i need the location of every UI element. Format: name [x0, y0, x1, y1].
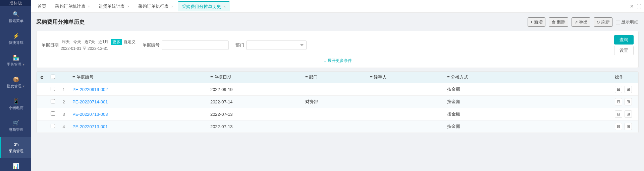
th-check: [47, 72, 58, 83]
td-num-2: 3: [58, 108, 69, 120]
show-col-checkbox[interactable]: [616, 20, 620, 24]
sidebar-item-wholesale[interactable]: 📦 批发管理 ▼: [0, 72, 31, 93]
tab-close-purchase-order-exec[interactable]: ×: [171, 4, 173, 8]
th-handler-label: ≡ 经手人: [370, 75, 387, 80]
show-col-toggle[interactable]: 显示明细: [616, 19, 639, 25]
op-edit-1[interactable]: ⊟: [615, 98, 622, 105]
op-edit-3[interactable]: ⊟: [615, 123, 622, 130]
shortcut-yesterday[interactable]: 昨天: [61, 39, 71, 45]
sidebar-item-ecom[interactable]: 🛒 电商管理: [0, 115, 31, 137]
sidebar-icon-inventory: 📊: [13, 163, 19, 169]
sidebar-item-mini[interactable]: 📱 小畅电商: [0, 93, 31, 115]
table-row: 3 PE-20220713-003 2022-07-13 按金额 ⊟ ⊞: [37, 108, 638, 120]
setting-button[interactable]: 设置: [614, 46, 634, 55]
select-all-checkbox[interactable]: [51, 75, 55, 79]
tab-label-purchase-order-stat: 采购订单统计表: [55, 3, 86, 9]
op-more-0[interactable]: ⊞: [625, 86, 632, 93]
op-more-2[interactable]: ⊞: [625, 110, 632, 118]
sidebar-item-retail[interactable]: 🏪 零售管理 ▼: [0, 50, 31, 72]
tabs-actions: ✕ ⛶: [630, 4, 641, 9]
td-check-0: [47, 83, 58, 96]
dept-select[interactable]: 财务部: [246, 40, 307, 50]
doc-no-link-0[interactable]: PE-20220919-002: [72, 87, 108, 92]
tab-arrival-stat[interactable]: 进货单统计表×: [95, 1, 133, 11]
docno-input[interactable]: [162, 40, 229, 50]
doc-no-link-1[interactable]: PE-20220714-001: [72, 99, 108, 104]
td-docno-3: PE-20220713-001: [69, 120, 207, 133]
close-window-icon[interactable]: ✕: [630, 4, 634, 9]
op-more-3[interactable]: ⊞: [625, 123, 632, 130]
sidebar-label-ecom: 电商管理: [9, 127, 23, 132]
tab-label-arrival-stat: 进货单统计表: [99, 3, 125, 9]
row-checkbox-2[interactable]: [51, 111, 55, 116]
sidebar-label-mini: 小畅电商: [9, 105, 23, 110]
td-dept-2: [302, 108, 367, 120]
filter-area: 单据日期 昨天 今天 近7天 近1月 更多 自定义 2022-01-01 至 2…: [36, 31, 639, 68]
th-split-method: ≡ 分摊方式: [444, 72, 611, 83]
shortcut-1month[interactable]: 近1月: [97, 39, 110, 45]
shortcut-more[interactable]: 更多: [111, 39, 122, 45]
main-area: 首页采购订单统计表×进货单统计表×采购订单执行表×采购费用分摊单历史× ✕ ⛶ …: [31, 0, 644, 171]
data-table: ⚙ ≡ 单据编号 ≡ 单据日期 ≡ 部门: [37, 72, 638, 133]
td-handler-2: [367, 108, 444, 120]
tab-purchase-fee-history[interactable]: 采购费用分摊单历史×: [178, 1, 229, 11]
table-row: 2 PE-20220714-001 2022-07-14 财务部 按金额 ⊟ ⊞: [37, 96, 638, 108]
doc-no-link-3[interactable]: PE-20220713-001: [72, 124, 108, 129]
row-checkbox-0[interactable]: [51, 87, 55, 91]
th-doc-no-label: ≡ 单据编号: [72, 75, 94, 80]
table-row: 4 PE-20220713-001 2022-07-13 按金额 ⊟ ⊞: [37, 120, 638, 133]
th-doc-date: ≡ 单据日期: [207, 72, 302, 83]
maximize-icon[interactable]: ⛶: [637, 4, 641, 9]
sidebar-item-quicknav[interactable]: ⚡ 快捷导航: [0, 28, 31, 50]
td-num-1: 2: [58, 96, 69, 108]
tab-purchase-order-stat[interactable]: 采购订单统计表×: [51, 1, 94, 11]
shortcut-7days[interactable]: 近7天: [84, 39, 96, 45]
table-header-row: ⚙ ≡ 单据编号 ≡ 单据日期 ≡ 部门: [37, 72, 638, 83]
delete-icon: 🗑: [551, 20, 556, 25]
tab-home[interactable]: 首页: [34, 1, 50, 11]
sidebar-item-purchase[interactable]: 🛍 采购管理: [0, 137, 31, 158]
add-button[interactable]: + 新增: [528, 17, 545, 27]
td-op-0: ⊟ ⊞: [611, 83, 638, 96]
sidebar-logo: 指标版: [0, 0, 31, 6]
content-area: 采购费用分摊单历史 + 新增 🗑 删除 ↗ 导出 ↻ 刷新 显示明细: [31, 13, 644, 171]
expand-icon: ⌄: [323, 59, 326, 63]
query-button[interactable]: 查询: [614, 35, 634, 45]
sidebar: 指标版 🔍 搜索菜单 ⚡ 快捷导航 🏪 零售管理 ▼ 📦 批发管理 ▼ 📱 小畅…: [0, 0, 31, 171]
tab-close-purchase-order-stat[interactable]: ×: [88, 4, 90, 8]
sidebar-item-inventory[interactable]: 📊 库存核算: [0, 158, 31, 171]
gear-icon[interactable]: ⚙: [40, 75, 44, 80]
refresh-button[interactable]: ↻ 刷新: [594, 17, 612, 27]
page-title: 采购费用分摊单历史: [36, 19, 85, 26]
td-split-0: 按金额: [444, 83, 611, 96]
export-icon: ↗: [574, 20, 578, 25]
th-handler: ≡ 经手人: [367, 72, 444, 83]
sidebar-item-search[interactable]: 🔍 搜索菜单: [0, 6, 31, 28]
tab-close-purchase-fee-history[interactable]: ×: [223, 5, 225, 9]
sidebar-icon-quicknav: ⚡: [13, 33, 19, 39]
delete-button[interactable]: 🗑 删除: [549, 17, 568, 27]
date-filter-col: 昨天 今天 近7天 近1月 更多 自定义 2022-01-01 至 2022-1…: [61, 39, 136, 52]
tab-purchase-order-exec[interactable]: 采购订单执行表×: [134, 1, 177, 11]
row-checkbox-3[interactable]: [51, 124, 55, 128]
shortcut-custom[interactable]: 自定义: [123, 39, 136, 45]
td-num-3: 4: [58, 120, 69, 133]
td-date-1: 2022-07-14: [207, 96, 302, 108]
doc-no-link-2[interactable]: PE-20220713-003: [72, 112, 108, 117]
td-check-2: [47, 108, 58, 120]
td-docno-0: PE-20220919-002: [69, 83, 207, 96]
op-edit-0[interactable]: ⊟: [615, 86, 622, 93]
export-button[interactable]: ↗ 导出: [572, 17, 590, 27]
th-dept-label: ≡ 部门: [305, 75, 318, 80]
expand-more-btn[interactable]: ⌄ 展开更多条件: [41, 58, 634, 64]
td-num-0: 1: [58, 83, 69, 96]
row-checkbox-1[interactable]: [51, 99, 55, 103]
shortcut-today[interactable]: 今天: [72, 39, 82, 45]
op-edit-2[interactable]: ⊟: [615, 110, 622, 118]
td-docno-1: PE-20220714-001: [69, 96, 207, 108]
sidebar-arrow-wholesale: ▼: [22, 85, 25, 88]
td-gear-1: [37, 96, 47, 108]
tab-close-arrival-stat[interactable]: ×: [127, 4, 129, 8]
op-more-1[interactable]: ⊞: [625, 98, 632, 105]
date-filter-label: 单据日期: [41, 42, 59, 48]
